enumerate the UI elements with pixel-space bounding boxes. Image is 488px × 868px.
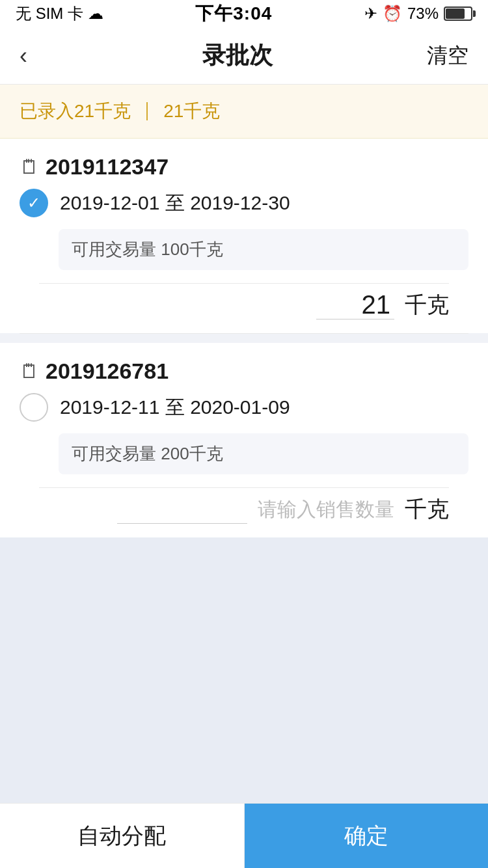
- status-time: 下午3:04: [195, 1, 272, 26]
- location-icon: ✈: [364, 5, 377, 23]
- summary-banner: 已录入21千克 21千克: [0, 85, 488, 139]
- confirm-button[interactable]: 确定: [245, 804, 489, 868]
- batch-doc-icon-1: 🗒: [20, 360, 39, 383]
- battery-percent: 73%: [407, 5, 439, 23]
- battery-icon: [444, 7, 472, 21]
- qty-input-row-1: 请输入销售数量 千克: [20, 488, 468, 537]
- section-divider: [0, 334, 488, 343]
- status-right: ✈ ⏰ 73%: [364, 5, 472, 23]
- qty-underline-0[interactable]: 21: [316, 291, 394, 319]
- back-button[interactable]: ‹: [20, 42, 59, 70]
- batch-date-1: 2019-12-11 至 2020-01-09: [60, 394, 290, 421]
- batch-radio-1[interactable]: [20, 393, 48, 422]
- batch-doc-icon-0: 🗒: [20, 156, 39, 178]
- batch-item-0: 🗒 2019112347 ✓ 2019-12-01 至 2019-12-30 可…: [0, 139, 488, 333]
- auto-distribute-button[interactable]: 自动分配: [0, 804, 245, 868]
- batch-date-row-0: ✓ 2019-12-01 至 2019-12-30: [20, 189, 468, 217]
- bottom-bar: 自动分配 确定: [0, 803, 488, 868]
- qty-unit-0: 千克: [405, 290, 449, 320]
- summary-divider: [146, 102, 148, 120]
- batch-id-0: 2019112347: [46, 154, 169, 180]
- available-qty-1: 可用交易量 200千克: [59, 433, 468, 474]
- qty-placeholder-1: 请输入销售数量: [258, 496, 394, 523]
- empty-area: [0, 537, 488, 803]
- available-qty-0: 可用交易量 100千克: [59, 229, 468, 270]
- batch-item-1: 🗒 2019126781 2019-12-11 至 2020-01-09 可用交…: [0, 343, 488, 537]
- batch-date-0: 2019-12-01 至 2019-12-30: [60, 190, 290, 217]
- status-bar: 无 SIM 卡 ☁ 下午3:04 ✈ ⏰ 73%: [0, 0, 488, 27]
- qty-placeholder-underline-1[interactable]: [117, 495, 247, 524]
- batch-radio-0[interactable]: ✓: [20, 189, 48, 217]
- qty-unit-1: 千克: [405, 495, 449, 524]
- status-left: 无 SIM 卡 ☁: [16, 3, 103, 24]
- batch-header-1: 🗒 2019126781: [20, 359, 468, 384]
- nav-bar: ‹ 录批次 清空: [0, 27, 488, 85]
- batch-id-1: 2019126781: [46, 359, 169, 384]
- qty-value-0: 21: [362, 290, 391, 319]
- check-icon-0: ✓: [27, 195, 40, 211]
- batch-date-row-1: 2019-12-11 至 2020-01-09: [20, 393, 468, 422]
- qty-input-row-0: 21 千克: [20, 284, 468, 333]
- alarm-icon: ⏰: [383, 5, 402, 23]
- summary-value: 21千克: [163, 99, 220, 124]
- clear-button[interactable]: 清空: [416, 42, 468, 70]
- sim-label: 无 SIM 卡 ☁: [16, 3, 103, 24]
- summary-recorded-label: 已录入21千克: [20, 99, 131, 124]
- batch-header-0: 🗒 2019112347: [20, 154, 468, 180]
- page-title: 录批次: [202, 40, 273, 72]
